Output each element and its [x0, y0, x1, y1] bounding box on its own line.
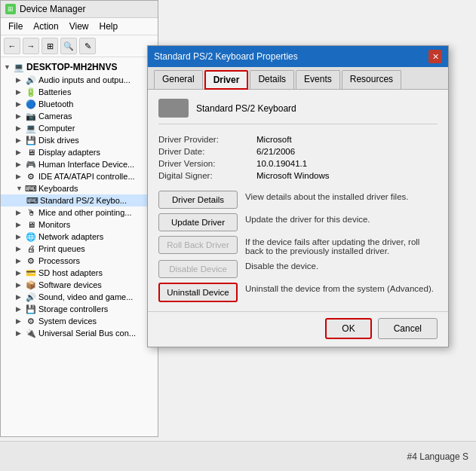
tree-item-bluetooth[interactable]: ▶ 🔵 Bluetooth [1, 98, 158, 110]
driver-details-button[interactable]: Driver Details [158, 191, 238, 209]
tree-item-storage[interactable]: ▶ 💾 Storage controllers [1, 303, 158, 315]
toolbar-btn-grid[interactable]: ⊞ [41, 38, 58, 54]
tree-item-sound[interactable]: ▶ 🔊 Sound, video and game... [1, 291, 158, 303]
device-manager-icon: ⊞ [5, 4, 16, 14]
device-header: Standard PS/2 Keyboard [158, 99, 438, 124]
menu-action[interactable]: Action [29, 20, 63, 33]
driver-info-table: Driver Provider: Microsoft Driver Date: … [158, 135, 438, 180]
tab-details[interactable]: Details [250, 70, 294, 89]
roll-back-driver-desc: If the device fails after updating the d… [245, 236, 438, 255]
driver-provider-value: Microsoft [256, 135, 292, 144]
driver-signer-value: Microsoft Windows [256, 171, 330, 180]
tree-root-label: DESKTOP-MH2HNVS [26, 62, 117, 72]
toolbar-btn-edit[interactable]: ✎ [79, 38, 96, 54]
toolbar-btn-fwd[interactable]: → [23, 38, 39, 54]
tree-root-toggle: ▼ [4, 63, 11, 71]
roll-back-driver-row: Roll Back Driver If the device fails aft… [158, 236, 438, 255]
toolbar-btn-back[interactable]: ← [4, 38, 20, 54]
tree-item-sd[interactable]: ▶ 💳 SD host adapters [1, 267, 158, 279]
tree-item-batteries[interactable]: ▶ 🔋 Batteries [1, 86, 158, 98]
dialog-title: Standard PS/2 Keyboard Properties [154, 51, 298, 62]
driver-date-value: 6/21/2006 [256, 147, 295, 156]
driver-version-value: 10.0.19041.1 [256, 159, 307, 168]
driver-signer-row: Digital Signer: Microsoft Windows [158, 171, 438, 180]
driver-provider-row: Driver Provider: Microsoft [158, 135, 438, 144]
dialog-close-button[interactable]: ✕ [428, 50, 442, 63]
uninstall-device-row: Uninstall Device Uninstall the device fr… [158, 283, 438, 302]
menu-help[interactable]: Help [95, 20, 123, 33]
update-driver-button[interactable]: Update Driver [158, 213, 238, 231]
tree-item-hid[interactable]: ▶ 🎮 Human Interface Device... [1, 158, 158, 170]
dialog-body: Standard PS/2 Keyboard Driver Provider: … [148, 90, 448, 311]
tree-item-audio[interactable]: ▶ 🔊 Audio inputs and outpu... [1, 74, 158, 86]
device-manager-toolbar: ← → ⊞ 🔍 ✎ [1, 35, 158, 57]
uninstall-device-desc: Uninstall the device from the system (Ad… [245, 283, 438, 293]
disable-device-button[interactable]: Disable Device [158, 260, 238, 278]
tree-item-keyboards[interactable]: ▼ ⌨ Keyboards [1, 182, 158, 194]
driver-signer-label: Digital Signer: [158, 171, 256, 180]
driver-buttons-section: Driver Details View details about the in… [158, 191, 438, 302]
tree-root-node[interactable]: ▼ 💻 DESKTOP-MH2HNVS [1, 60, 158, 74]
toolbar-btn-search[interactable]: 🔍 [60, 38, 77, 54]
device-name: Standard PS/2 Keyboard [196, 103, 296, 114]
menu-view[interactable]: View [65, 20, 94, 33]
taskbar-language-indicator: #4 Language S [407, 451, 468, 462]
tree-item-disk[interactable]: ▶ 💾 Disk drives [1, 134, 158, 146]
device-manager-tree: ▼ 💻 DESKTOP-MH2HNVS ▶ 🔊 Audio inputs and… [1, 57, 158, 342]
update-driver-row: Update Driver Update the driver for this… [158, 213, 438, 231]
ok-button[interactable]: OK [325, 318, 371, 339]
device-manager-titlebar: ⊞ Device Manager [1, 1, 158, 18]
tree-item-display[interactable]: ▶ 🖥 Display adapters [1, 146, 158, 158]
disable-device-row: Disable Device Disable the device. [158, 260, 438, 278]
driver-version-row: Driver Version: 10.0.19041.1 [158, 159, 438, 168]
tree-item-processors[interactable]: ▶ ⚙ Processors [1, 255, 158, 267]
tree-item-monitors[interactable]: ▶ 🖥 Monitors [1, 219, 158, 231]
tree-root-icon: 💻 [14, 62, 24, 72]
tree-item-ide[interactable]: ▶ ⚙ IDE ATA/ATAPI controlle... [1, 170, 158, 182]
tree-item-print[interactable]: ▶ 🖨 Print queues [1, 243, 158, 255]
driver-details-row: Driver Details View details about the in… [158, 191, 438, 209]
tab-general[interactable]: General [154, 70, 203, 89]
tab-driver[interactable]: Driver [204, 70, 249, 90]
tree-item-software[interactable]: ▶ 📦 Software devices [1, 279, 158, 291]
dialog-footer: OK Cancel [148, 311, 448, 347]
uninstall-device-button[interactable]: Uninstall Device [158, 283, 238, 302]
tree-item-network[interactable]: ▶ 🌐 Network adapters [1, 231, 158, 243]
device-manager-title: Device Manager [20, 4, 85, 14]
disable-device-desc: Disable the device. [245, 260, 438, 271]
tree-item-computer[interactable]: ▶ 💻 Computer [1, 122, 158, 134]
device-manager-menubar: File Action View Help [1, 18, 158, 35]
device-manager-window: ⊞ Device Manager File Action View Help ←… [0, 0, 158, 437]
tree-item-mice[interactable]: ▶ 🖱 Mice and other pointing... [1, 206, 158, 219]
taskbar: #4 Language S [0, 441, 476, 471]
driver-details-desc: View details about the installed driver … [245, 191, 438, 201]
tree-item-usb[interactable]: ▶ 🔌 Universal Serial Bus con... [1, 327, 158, 339]
driver-version-label: Driver Version: [158, 159, 256, 168]
dialog-tabs: General Driver Details Events Resources [148, 67, 448, 90]
tab-resources[interactable]: Resources [342, 70, 401, 89]
driver-date-row: Driver Date: 6/21/2006 [158, 147, 438, 156]
menu-file[interactable]: File [4, 20, 27, 33]
properties-dialog: Standard PS/2 Keyboard Properties ✕ Gene… [147, 45, 449, 347]
driver-provider-label: Driver Provider: [158, 135, 256, 144]
cancel-button[interactable]: Cancel [378, 318, 438, 339]
tree-item-ps2keyboard[interactable]: ⌨ Standard PS/2 Keybo... [1, 194, 158, 206]
dialog-titlebar: Standard PS/2 Keyboard Properties ✕ [148, 46, 448, 67]
roll-back-driver-button[interactable]: Roll Back Driver [158, 236, 238, 254]
tree-item-system[interactable]: ▶ ⚙ System devices [1, 315, 158, 327]
tab-events[interactable]: Events [296, 70, 340, 89]
keyboard-device-icon [158, 99, 189, 118]
tree-item-cameras[interactable]: ▶ 📷 Cameras [1, 110, 158, 122]
update-driver-desc: Update the driver for this device. [245, 213, 438, 224]
driver-date-label: Driver Date: [158, 147, 256, 156]
